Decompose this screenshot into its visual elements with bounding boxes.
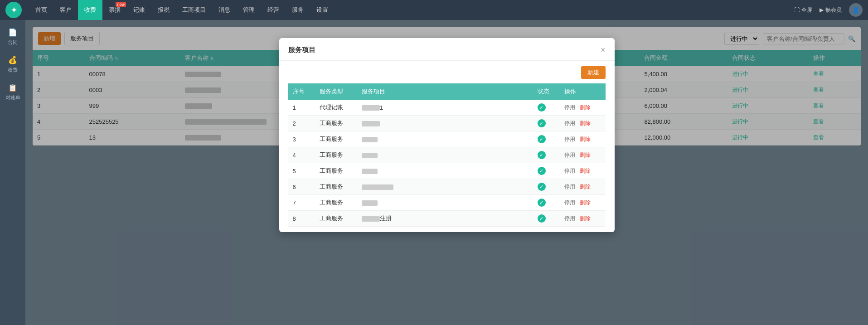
sidebar-item-reconcile[interactable]: 📋 对账单 [1, 79, 24, 105]
modal-table-row: 5 工商服务 ✓ 停用 删除 [288, 163, 606, 179]
delete-button[interactable]: 删除 [580, 152, 591, 158]
modal-cell-action: 停用 删除 [560, 100, 605, 116]
delete-button[interactable]: 删除 [580, 199, 591, 206]
modal-cell-seq: 4 [288, 147, 315, 163]
modal-cell-status: ✓ [533, 179, 560, 195]
status-check-icon: ✓ [538, 103, 546, 112]
nav-invoice[interactable]: 票据 new [102, 0, 127, 20]
sidebar-item-contract[interactable]: 📄 合同 [1, 24, 24, 49]
nav-menu: 首页 客户 收费 票据 new 记账 报税 工商项目 消息 管理 经营 服务 设… [29, 0, 794, 20]
modal-cell-type: 工商服务 [315, 116, 357, 131]
modal-cell-type: 代理记账 [315, 100, 357, 116]
modal-close-button[interactable]: × [601, 45, 606, 55]
nav-message[interactable]: 消息 [212, 0, 237, 20]
modal-cell-seq: 7 [288, 195, 315, 211]
modal-table-row: 4 工商服务 ✓ 停用 删除 [288, 147, 606, 163]
contract-icon: 📄 [8, 27, 18, 37]
modal-cell-status: ✓ [533, 100, 560, 116]
play-icon: ▶ [820, 7, 824, 13]
member-button[interactable]: ▶ 畅会员 [820, 6, 842, 14]
service-table: 序号 服务类型 服务项目 状态 操作 1 代理记账 1 ✓ [288, 83, 606, 227]
new-badge: new [116, 2, 126, 7]
modal-col-status: 状态 [533, 83, 560, 100]
modal-cell-seq: 1 [288, 100, 315, 116]
stop-button[interactable]: 停用 [564, 104, 575, 111]
nav-manage[interactable]: 管理 [237, 0, 261, 20]
modal-cell-status: ✓ [533, 131, 560, 147]
status-check-icon: ✓ [538, 119, 546, 127]
nav-commerce[interactable]: 工商项目 [176, 0, 212, 20]
modal-col-item: 服务项目 [357, 83, 533, 100]
sidebar-item-fee[interactable]: 💰 收费 [1, 51, 24, 77]
modal-cell-seq: 6 [288, 179, 315, 195]
new-service-button[interactable]: 新建 [581, 66, 606, 79]
modal-header-row: 序号 服务类型 服务项目 状态 操作 [288, 83, 606, 100]
modal-table-row: 2 工商服务 ✓ 停用 删除 [288, 116, 606, 131]
stop-button[interactable]: 停用 [564, 136, 575, 142]
main-content: 新增 服务项目 进行中 已完成 已停止 🔍 序号 合同编码⇅ [25, 20, 868, 325]
modal-cell-item: 注册 [357, 211, 533, 227]
modal-cell-status: ✓ [533, 211, 560, 227]
modal-cell-item [357, 147, 533, 163]
modal-cell-item: 1 [357, 100, 533, 116]
delete-button[interactable]: 删除 [580, 104, 591, 111]
status-check-icon: ✓ [538, 214, 546, 223]
stop-button[interactable]: 停用 [564, 120, 575, 126]
modal-cell-seq: 8 [288, 211, 315, 227]
status-check-icon: ✓ [538, 199, 546, 207]
nav-bookkeeping[interactable]: 记账 [127, 0, 151, 20]
modal-cell-item [357, 195, 533, 211]
nav-operation[interactable]: 经营 [261, 0, 286, 20]
delete-button[interactable]: 删除 [580, 184, 591, 190]
modal-body: 新建 序号 服务类型 服务项目 状态 操作 [279, 61, 615, 232]
modal-cell-action: 停用 删除 [560, 179, 605, 195]
modal-cell-item [357, 131, 533, 147]
modal-table-row: 8 工商服务 注册 ✓ 停用 删除 [288, 211, 606, 227]
modal-col-action: 操作 [560, 83, 605, 100]
top-navigation: ✦ 首页 客户 收费 票据 new 记账 报税 工商项目 消息 管理 经营 服务… [0, 0, 868, 20]
modal-header: 服务项目 × [279, 38, 615, 61]
delete-button[interactable]: 删除 [580, 136, 591, 142]
stop-button[interactable]: 停用 [564, 152, 575, 158]
nav-settings[interactable]: 设置 [310, 0, 335, 20]
modal-overlay: 服务项目 × 新建 序号 服务类型 服务项目 [25, 20, 868, 325]
avatar[interactable]: 👤 [849, 3, 863, 17]
modal-col-type: 服务类型 [315, 83, 357, 100]
sidebar: 📄 合同 💰 收费 📋 对账单 [0, 20, 25, 325]
modal-cell-item [357, 116, 533, 131]
modal-cell-action: 停用 删除 [560, 147, 605, 163]
modal-table-row: 3 工商服务 ✓ 停用 删除 [288, 131, 606, 147]
delete-button[interactable]: 删除 [580, 215, 591, 222]
nav-right: ⛶ 全屏 ▶ 畅会员 👤 [794, 3, 863, 17]
modal-col-seq: 序号 [288, 83, 315, 100]
stop-button[interactable]: 停用 [564, 184, 575, 190]
stop-button[interactable]: 停用 [564, 215, 575, 222]
nav-service[interactable]: 服务 [286, 0, 310, 20]
modal-table-row: 6 工商服务 ✓ 停用 删除 [288, 179, 606, 195]
fullscreen-button[interactable]: ⛶ 全屏 [794, 6, 812, 14]
main-layout: 📄 合同 💰 收费 📋 对账单 新增 服务项目 进行中 已完成 已停止 [0, 20, 868, 325]
modal-cell-type: 工商服务 [315, 195, 357, 211]
modal-cell-type: 工商服务 [315, 179, 357, 195]
modal-cell-seq: 3 [288, 131, 315, 147]
stop-button[interactable]: 停用 [564, 199, 575, 206]
nav-client[interactable]: 客户 [53, 0, 78, 20]
modal-cell-item [357, 179, 533, 195]
nav-home[interactable]: 首页 [29, 0, 53, 20]
modal-cell-type: 工商服务 [315, 211, 357, 227]
stop-button[interactable]: 停用 [564, 168, 575, 174]
modal-table-row: 7 工商服务 ✓ 停用 删除 [288, 195, 606, 211]
modal-cell-status: ✓ [533, 163, 560, 179]
modal-cell-seq: 5 [288, 163, 315, 179]
delete-button[interactable]: 删除 [580, 168, 591, 174]
nav-fee[interactable]: 收费 [78, 0, 102, 20]
modal-cell-action: 停用 删除 [560, 116, 605, 131]
fee-icon: 💰 [8, 55, 18, 65]
delete-button[interactable]: 删除 [580, 120, 591, 126]
app-logo: ✦ [5, 2, 22, 18]
modal-cell-type: 工商服务 [315, 147, 357, 163]
modal-cell-seq: 2 [288, 116, 315, 131]
modal-cell-item [357, 163, 533, 179]
nav-tax[interactable]: 报税 [151, 0, 176, 20]
modal-table-body: 1 代理记账 1 ✓ 停用 删除 2 工商服务 ✓ 停用 删除 3 工商服务 ✓… [288, 100, 606, 227]
